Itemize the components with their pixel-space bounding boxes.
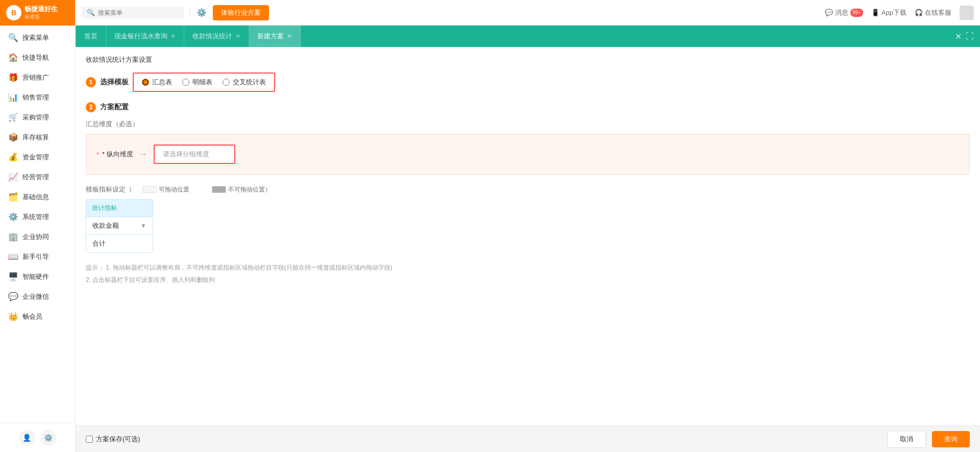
tab-close-all-btn[interactable]: ✕ [955, 32, 962, 41]
sidebar-item-inventory[interactable]: 📦库存核算 [0, 127, 75, 147]
service-item[interactable]: 🎧 在线客服 [915, 8, 951, 17]
purchase-icon: 🛒 [8, 112, 18, 122]
search-icon: 🔍 [8, 33, 18, 42]
tab-collection-stat-close[interactable]: ✕ [235, 33, 240, 40]
main-area: 🔍 ⚙️ 体验行业方案 💬 消息 99+ 📱 App下载 🎧 在线客服 [76, 0, 980, 452]
dimension-row: * * 纵向维度 → 请选择分组维度 [96, 145, 959, 164]
query-button[interactable]: 查询 [932, 431, 970, 447]
hardware-icon: 🖥️ [8, 272, 18, 281]
sidebar-item-system[interactable]: ⚙️系统管理 [0, 207, 75, 227]
step1-title: 选择模板 [100, 78, 129, 87]
sidebar-item-label-operation: 经营管理 [22, 173, 49, 182]
tab-bank-flow[interactable]: 现金银行流水查询 ✕ [106, 26, 184, 47]
step2-header: 2 方案配置 [86, 102, 970, 112]
sidebar-item-label-system: 系统管理 [22, 212, 49, 222]
sidebar-item-label-enterprise: 企业协同 [22, 232, 49, 242]
tips-section: 提示： 1. 拖动标题栏可以调整布局，不可跨维度或指标区域拖动栏目字段(只能在同… [86, 263, 970, 286]
indicator-table: 统计指标 收款金额 ▼ 合计 [86, 199, 153, 253]
step2-number: 2 [86, 102, 96, 112]
tab-collection-stat[interactable]: 收款情况统计 ✕ [184, 26, 249, 47]
enterprise-icon: 🏢 [8, 232, 18, 242]
sidebar-item-label-marketing: 营销推广 [22, 73, 49, 82]
step1-number: 1 [86, 77, 96, 87]
sidebar: B 畅捷通好生 标准版 🔍搜索菜单🏠快捷导航🎁营销推广📊销售管理🛒采购管理📦库存… [0, 0, 76, 452]
dimension-selector[interactable]: 请选择分组维度 [154, 145, 235, 164]
dimension-area: * * 纵向维度 → 请选择分组维度 [86, 134, 970, 175]
config-section: 汇总维度（必选） * * 纵向维度 → 请选择分组维度 模板指标设定（ [86, 120, 970, 286]
service-icon: 🎧 [915, 9, 923, 16]
sidebar-item-label-inventory: 库存核算 [22, 133, 49, 142]
sidebar-bottom: 👤 ⚙️ [0, 423, 75, 452]
search-box[interactable]: 🔍 [82, 7, 184, 18]
search-icon: 🔍 [87, 9, 95, 16]
option-summary[interactable]: 汇总表 [142, 78, 172, 87]
operation-icon: 📈 [8, 172, 18, 182]
sidebar-item-member[interactable]: 👑畅会员 [0, 306, 75, 326]
option-detail[interactable]: 明细表 [182, 78, 212, 87]
tab-collection-stat-label: 收款情况统计 [192, 32, 232, 41]
sidebar-item-basic[interactable]: 🗂️基础信息 [0, 187, 75, 207]
tab-expand-btn[interactable]: ⛶ [966, 32, 974, 41]
indicator-chevron-icon[interactable]: ▼ [140, 222, 146, 229]
option-cross[interactable]: 交叉统计表 [223, 78, 266, 87]
cancel-button[interactable]: 取消 [887, 431, 926, 448]
logo-text: 畅捷通好生 [24, 5, 58, 13]
sidebar-item-newbie[interactable]: 📖新手引导 [0, 247, 75, 267]
sidebar-item-finance[interactable]: 💰资金管理 [0, 147, 75, 167]
user-avatar[interactable] [960, 6, 974, 20]
radio-detail[interactable] [182, 79, 189, 86]
logo-icon: B [6, 5, 21, 20]
download-item[interactable]: 📱 App下载 [871, 8, 906, 17]
sidebar-bottom-icon-1[interactable]: 👤 [19, 430, 35, 446]
save-checkbox[interactable] [86, 436, 93, 443]
radio-cross[interactable] [223, 79, 230, 86]
non-draggable-toggle[interactable] [212, 186, 226, 193]
option-detail-label: 明细表 [192, 78, 212, 87]
page-title: 收款情况统计方案设置 [86, 55, 970, 64]
trial-button[interactable]: 体验行业方案 [213, 5, 269, 20]
finance-icon: 💰 [8, 152, 18, 162]
notification-icon: 💬 [825, 9, 833, 16]
content-inner: 收款情况统计方案设置 1 选择模板 汇总表 明细表 [76, 47, 980, 425]
sidebar-item-purchase[interactable]: 🛒采购管理 [0, 107, 75, 127]
tab-bank-flow-label: 现金银行流水查询 [114, 32, 167, 41]
sidebar-item-hardware[interactable]: 🖥️智能硬件 [0, 267, 75, 287]
required-star: * [96, 151, 99, 158]
sidebar-item-search[interactable]: 🔍搜索菜单 [0, 28, 75, 47]
save-option: 方案保存(可选) [86, 435, 140, 444]
search-input[interactable] [98, 9, 169, 16]
radio-summary[interactable] [142, 79, 149, 86]
non-draggable-toggle-label: 不可拖动位置） [212, 185, 271, 194]
gear-icon[interactable]: ⚙️ [197, 8, 207, 17]
sidebar-item-enterprise[interactable]: 🏢企业协同 [0, 227, 75, 247]
sidebar-item-label-search: 搜索菜单 [22, 33, 49, 42]
notification-label: 消息 [835, 8, 848, 17]
system-icon: ⚙️ [8, 212, 18, 222]
download-icon: 📱 [871, 9, 879, 16]
template-options-box: 汇总表 明细表 交叉统计表 [133, 73, 275, 92]
indicator-total: 合计 [86, 234, 153, 252]
tabbar: 首页 现金银行流水查询 ✕ 收款情况统计 ✕ 新建方案 ✕ ✕ ⛶ [76, 26, 980, 47]
step1-section: 1 选择模板 汇总表 明细表 交叉统计表 [86, 73, 970, 92]
sidebar-item-wechat[interactable]: 💬企业微信 [0, 287, 75, 306]
sidebar-item-quick-nav[interactable]: 🏠快捷导航 [0, 47, 75, 67]
sidebar-item-marketing[interactable]: 🎁营销推广 [0, 67, 75, 87]
wechat-icon: 💬 [8, 292, 18, 301]
dimension-title: 汇总维度（必选） [86, 120, 970, 129]
sidebar-item-sales[interactable]: 📊销售管理 [0, 87, 75, 107]
topbar: 🔍 ⚙️ 体验行业方案 💬 消息 99+ 📱 App下载 🎧 在线客服 [76, 0, 980, 26]
sidebar-item-operation[interactable]: 📈经营管理 [0, 167, 75, 187]
draggable-toggle[interactable] [142, 186, 157, 193]
tab-bank-flow-close[interactable]: ✕ [170, 33, 176, 40]
tab-new-plan[interactable]: 新建方案 ✕ [249, 26, 301, 47]
tab-home-label: 首页 [84, 32, 97, 41]
sidebar-bottom-icon-2[interactable]: ⚙️ [40, 430, 57, 446]
tab-new-plan-close[interactable]: ✕ [287, 33, 292, 40]
tab-new-plan-label: 新建方案 [257, 32, 284, 41]
notification-item[interactable]: 💬 消息 99+ [825, 8, 863, 17]
quick-nav-icon: 🏠 [8, 53, 18, 62]
tab-home[interactable]: 首页 [76, 26, 106, 47]
download-label: App下载 [881, 8, 906, 17]
sidebar-item-label-member: 畅会员 [22, 312, 42, 321]
dimension-row-label: * 纵向维度 [102, 150, 133, 159]
